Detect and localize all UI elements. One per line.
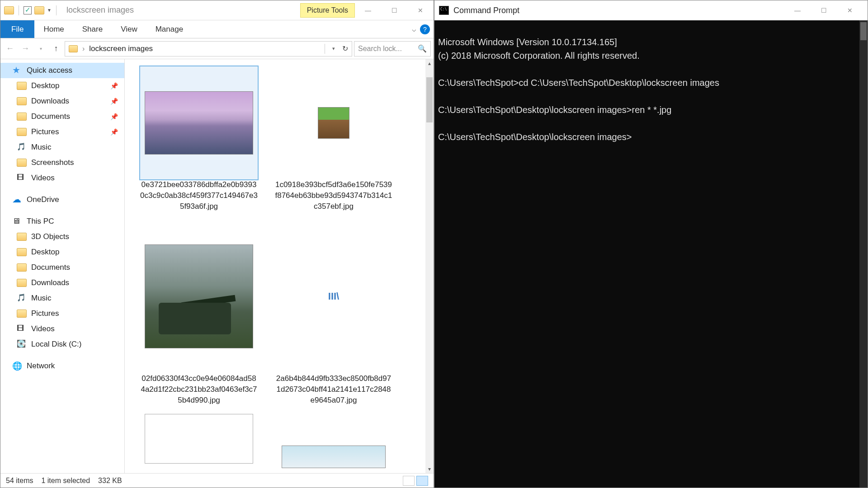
thumbnail-image — [145, 244, 253, 348]
sidebar-network[interactable]: Network — [0, 358, 124, 374]
search-input[interactable]: Search lock... 🔍 — [354, 41, 431, 56]
sidebar-item-downloads[interactable]: Downloads📌 — [0, 94, 124, 109]
cmd-maximize-button[interactable]: ☐ — [811, 0, 837, 20]
cmd-line: C:\Users\TechSpot\Desktop\lockscreen ima… — [438, 105, 671, 115]
qat-newfolder-icon[interactable] — [34, 6, 44, 14]
file-explorer-window: ▼ lockscreen images Picture Tools — ☐ ✕ … — [0, 0, 434, 488]
thumbnails-view-button[interactable] — [416, 476, 428, 486]
file-name: 1c0918e393bcf5df3a6e150fe7539f8764eb63bb… — [275, 179, 392, 211]
pin-icon: 📌 — [110, 113, 118, 120]
cmd-line: C:\Users\TechSpot\Desktop\lockscreen ima… — [438, 132, 632, 142]
sidebar-item-pictures[interactable]: Pictures📌 — [0, 124, 124, 140]
search-icon: 🔍 — [418, 44, 427, 53]
sidebar-item-pictures2[interactable]: Pictures — [0, 306, 124, 321]
ribbon-home-tab[interactable]: Home — [34, 20, 73, 38]
cmd-close-button[interactable]: ✕ — [837, 0, 863, 20]
sidebar-quick-access[interactable]: Quick access — [0, 63, 124, 78]
sidebar-item-desktop[interactable]: Desktop📌 — [0, 78, 124, 94]
nav-toolbar: ← → ▾ ↑ › lockscreen images ▾ ↻ Search l… — [0, 38, 434, 59]
cmd-line: C:\Users\TechSpot>cd C:\Users\TechSpot\D… — [438, 78, 719, 88]
window-title: lockscreen images — [62, 5, 300, 15]
address-dropdown-icon[interactable]: ▾ — [332, 46, 335, 52]
cmd-line: Microsoft Windows [Version 10.0.17134.16… — [438, 37, 617, 47]
status-size: 332 KB — [98, 477, 122, 485]
nav-back-button[interactable]: ← — [3, 42, 17, 56]
breadcrumb[interactable]: lockscreen images — [89, 44, 153, 53]
sidebar-item-music2[interactable]: Music — [0, 291, 124, 306]
sidebar-item-videos[interactable]: Videos — [0, 170, 124, 186]
sidebar-item-music[interactable]: Music — [0, 140, 124, 155]
details-view-button[interactable] — [403, 476, 415, 486]
qat-dropdown-icon[interactable]: ▼ — [47, 8, 52, 13]
nav-forward-button[interactable]: → — [19, 42, 32, 56]
cmd-window-title: Command Prompt — [453, 6, 780, 15]
ribbon-share-tab[interactable]: Share — [73, 20, 112, 38]
picture-tools-tab[interactable]: Picture Tools — [300, 3, 355, 18]
file-item[interactable] — [270, 414, 397, 468]
cmd-titlebar[interactable]: Command Prompt — ☐ ✕ — [434, 0, 868, 20]
sidebar-item-screenshots[interactable]: Screenshots — [0, 155, 124, 170]
ribbon-view-tab[interactable]: View — [112, 20, 146, 38]
scrollbar-thumb[interactable] — [426, 77, 433, 122]
address-folder-icon — [69, 45, 78, 52]
ribbon-file-tab[interactable]: File — [0, 20, 34, 38]
status-selected: 1 item selected — [41, 477, 90, 485]
ribbon: File Home Share View Manage ⌵ ? — [0, 20, 434, 38]
thumbnail-image — [145, 414, 253, 464]
cmd-icon — [439, 6, 449, 15]
sidebar-item-downloads2[interactable]: Downloads — [0, 275, 124, 291]
sidebar-item-3dobjects[interactable]: 3D Objects — [0, 229, 124, 244]
thumbnail-image — [282, 446, 386, 468]
cmd-terminal[interactable]: Microsoft Windows [Version 10.0.17134.16… — [434, 20, 868, 488]
sidebar-item-desktop2[interactable]: Desktop — [0, 244, 124, 260]
vertical-scrollbar[interactable]: ▴ ▾ — [425, 59, 434, 473]
pin-icon: 📌 — [110, 128, 118, 136]
sidebar-item-videos2[interactable]: Videos — [0, 321, 124, 337]
pin-icon: 📌 — [110, 82, 118, 89]
status-item-count: 54 items — [6, 477, 33, 485]
file-item[interactable]: 1c0918e393bcf5df3a6e150fe7539f8764eb63bb… — [270, 66, 397, 211]
search-placeholder: Search lock... — [358, 45, 418, 53]
cmd-line: (c) 2018 Microsoft Corporation. All righ… — [438, 51, 640, 61]
close-button[interactable]: ✕ — [407, 0, 434, 20]
minimize-button[interactable]: — — [355, 0, 381, 20]
maximize-button[interactable]: ☐ — [381, 0, 407, 20]
ribbon-collapse-icon[interactable]: ⌵ — [412, 25, 416, 33]
file-list[interactable]: 0e3721bee033786dbffa2e0b93930c3c9c0ab38c… — [125, 59, 434, 473]
sidebar-item-documents[interactable]: Documents📌 — [0, 109, 124, 124]
explorer-titlebar[interactable]: ▼ lockscreen images Picture Tools — ☐ ✕ — [0, 0, 434, 20]
qat-properties-icon[interactable] — [24, 6, 32, 14]
nav-recent-dropdown[interactable]: ▾ — [34, 42, 47, 56]
nav-pane: Quick access Desktop📌 Downloads📌 Documen… — [0, 59, 125, 473]
cmd-minimize-button[interactable]: — — [784, 0, 811, 20]
sidebar-this-pc[interactable]: This PC — [0, 214, 124, 229]
file-item[interactable]: 02fd06330f43cc0e94e06084ad584a2d1f22cbc2… — [136, 220, 262, 405]
status-bar: 54 items 1 item selected 332 KB — [0, 473, 434, 488]
cmd-scrollbar[interactable] — [859, 20, 868, 488]
sidebar-onedrive[interactable]: OneDrive — [0, 192, 124, 207]
ribbon-manage-tab[interactable]: Manage — [146, 20, 192, 38]
command-prompt-window: Command Prompt — ☐ ✕ Microsoft Windows [… — [434, 0, 868, 488]
refresh-icon[interactable]: ↻ — [342, 44, 348, 53]
help-icon[interactable]: ? — [420, 24, 430, 34]
sidebar-item-localdisk[interactable]: Local Disk (C:) — [0, 337, 124, 352]
cmd-scrollbar-thumb[interactable] — [860, 22, 867, 40]
file-item[interactable] — [136, 414, 262, 468]
sidebar-item-documents2[interactable]: Documents — [0, 260, 124, 275]
nav-up-button[interactable]: ↑ — [49, 42, 63, 56]
file-name: 0e3721bee033786dbffa2e0b93930c3c9c0ab38c… — [140, 179, 258, 211]
pin-icon: 📌 — [110, 98, 118, 105]
file-name: 02fd06330f43cc0e94e06084ad584a2d1f22cbc2… — [140, 373, 258, 405]
address-bar[interactable]: › lockscreen images ▾ ↻ — [65, 41, 352, 56]
thumbnail-image: III\ — [318, 281, 349, 312]
thumbnail-image — [318, 107, 349, 139]
file-item[interactable]: III\ 2a6b4b844d9fb333ec8500fb8d971d2673c… — [270, 220, 397, 405]
file-item[interactable]: 0e3721bee033786dbffa2e0b93930c3c9c0ab38c… — [136, 66, 262, 211]
file-name: 2a6b4b844d9fb333ec8500fb8d971d2673c04bff… — [275, 373, 392, 405]
window-folder-icon — [4, 6, 14, 14]
thumbnail-image — [145, 91, 253, 155]
